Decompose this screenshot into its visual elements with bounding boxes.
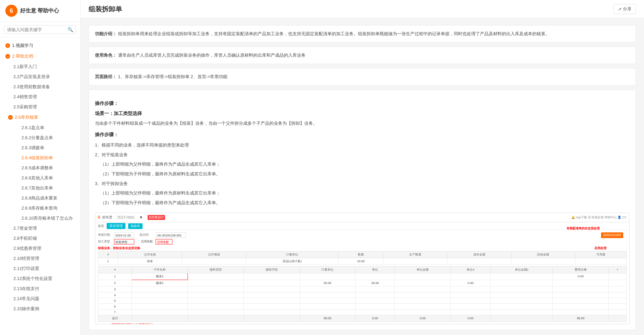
nav-item-sales[interactable]: 2.4销售管理 — [8, 92, 80, 102]
nav-item-videos-label[interactable]: + 1.视频学习 — [0, 40, 80, 51]
mock-enable-field: 启用装配 — [156, 239, 172, 244]
mock-lth-2: 辅料类型 — [187, 266, 244, 273]
nav-item-finance[interactable]: 2.7资金管理 — [8, 223, 80, 233]
nav-item-inventory-label[interactable]: − 2.6库存核算 — [8, 112, 80, 123]
mock-ltd-r1-2 — [187, 273, 244, 280]
nav-item-docs-label[interactable]: − 2.帮助文档 — [0, 51, 80, 62]
func-intro-label: 功能介绍： — [95, 31, 117, 36]
share-button[interactable]: ↗ 分享 — [613, 4, 636, 14]
nav-item-cost-calc[interactable]: 2.6.8商品成本重算 — [16, 193, 80, 203]
nav-item-faq[interactable]: 2.14常见问题 — [8, 294, 80, 304]
mock-lth-1: 子件名称 — [132, 266, 188, 273]
search-icon[interactable]: 🔍 — [67, 27, 73, 32]
mock-td-unit: 匹(以1米计算) — [246, 258, 338, 265]
nav-item-newbie[interactable]: 2.1新手入门 — [8, 62, 80, 72]
logo-icon: 6 — [5, 5, 17, 17]
mock-form-row-1: 单据日期 2019-12-26 批次码 AD-20191226-001 有装配清… — [98, 232, 627, 238]
mock-th-parent-spec: 父件规格 — [182, 251, 246, 258]
nav-item-cases[interactable]: 2.15操作案例 — [8, 304, 80, 314]
nav-item-other-out[interactable]: 2.6.7其他出库单 — [16, 183, 80, 193]
sub-nav-inventory: 2.6.1盘点单 2.6.2分量盘点单 2.6.3调拨单 2.6.4组装拆卸单 … — [8, 123, 80, 223]
nav-item-cost-adj[interactable]: 2.6.5成本调整单 — [16, 163, 80, 173]
mock-td-qty: 10.00 — [338, 258, 383, 265]
scenario-heading: 场景一：加工类型选择 — [95, 111, 630, 117]
nav-item-partial-stocktake[interactable]: 2.6.2分量盘点单 — [16, 133, 80, 143]
nav-item-assemble[interactable]: 2.6.4组装拆卸单 — [16, 153, 80, 163]
mock-ltd-r2-5: 30.00 — [356, 280, 395, 286]
mock-lower-table-container: 无固定清单可以在这里直接录入 # 子件名称 辅料类型 辅助字段 计 — [98, 266, 627, 322]
mock-th-num: # — [98, 251, 118, 258]
step3-sub2: （2）下部明细为子件明细，最终作为产成品生成其它入库单。 — [95, 199, 630, 207]
mock-th-avail: 可用量 — [575, 251, 627, 258]
mock-lower-header-row: # 子件名称 辅料类型 辅助字段 计量单位 单位 单位金额 单位# — [98, 266, 627, 273]
mock-ltd-r1-0: 1 — [98, 273, 132, 280]
nav-item-operation[interactable]: 2.10经营管理 — [8, 254, 80, 264]
mock-ltd-r1-7 — [451, 273, 491, 280]
steps-container: 操作步骤： 场景一：加工类型选择 当由多个子件材料组装成一个成品的业务为【组装】… — [89, 90, 636, 330]
nav-item-coupon[interactable]: 2.9优惠券管理 — [8, 243, 80, 254]
mock-ltd-r1-5 — [356, 273, 395, 280]
expand-icon-videos: + — [5, 43, 10, 48]
nav-item-purchase[interactable]: 2.5采购管理 — [8, 102, 80, 112]
mock-op-type-value: 组装类型 — [114, 239, 134, 244]
search-input[interactable] — [7, 27, 67, 32]
mock-lth-8: 单位金额2 — [490, 266, 552, 273]
table-row: 1 米米 匹(以1米计算) 10.00 — [98, 258, 627, 265]
annotation-1: 有装配清单的在这里处理 — [567, 226, 600, 231]
mock-ltd-r2-7: 0.00 — [451, 280, 491, 286]
nav-item-docs[interactable]: − 2.帮助文档 2.1新手入门 2.2产品安装及登录 2.3使用前数据准备 2… — [0, 51, 80, 314]
mock-tab-new: 新新单 — [128, 223, 143, 229]
table-row: 1 糯米1 — [98, 273, 627, 280]
mock-ltd-r2-6 — [395, 280, 451, 286]
nav-item-print[interactable]: 2.11打印设置 — [8, 264, 80, 274]
mock-td-prodqty — [383, 258, 447, 265]
nav-item-data[interactable]: 2.3使用前数据准备 — [8, 82, 80, 92]
page-title: 组装拆卸单 — [89, 5, 122, 14]
mock-lower-table-foot: 合计 88.00 6.00 0.00 0.00 — [98, 315, 627, 322]
mock-upper-table-header-row: # 父件名称 父件规格 计量单位 数量 生产数量 成本金额 其他金额 — [98, 251, 627, 258]
mock-ltd-r1-10 — [609, 273, 627, 280]
mock-td-avail — [575, 258, 627, 265]
main-content: 组装拆卸单 ↗ 分享 功能介绍： 组装拆卸单用来处理企业组装或拆卸等加工业务，支… — [80, 0, 644, 335]
mock-lth-9: 费用分摊 — [553, 266, 609, 273]
mock-ltd-r2-4: 50.00 — [300, 280, 356, 286]
role-label: 使用角色： — [95, 53, 117, 58]
nav-item-other-in[interactable]: 2.6.6其他入库单 — [16, 173, 80, 183]
mock-td-1: 1 — [98, 258, 118, 265]
nav-item-inventory[interactable]: − 2.6库存核算 2.6.1盘点单 2.6.2分量盘点单 2.6.3调拨单 2… — [8, 112, 80, 223]
mock-ltd-r1-8 — [490, 273, 552, 280]
sub-nav-docs: 2.1新手入门 2.2产品安装及登录 2.3使用前数据准备 2.4销售管理 2.… — [0, 62, 80, 314]
mock-th-other: 其他金额 — [511, 251, 575, 258]
search-area: 🔍 — [0, 22, 80, 38]
mock-ltd-r1-9: 0.00 — [553, 273, 609, 280]
mock-th-qty: 数量 — [338, 251, 383, 258]
screenshot-inner: 6 好生意 TEST-H002 ▼ 刷新数据↺ 🔔 App下载 ⑤ 给我反馈 帮… — [95, 213, 630, 324]
mock-ltd-r2-3 — [244, 280, 300, 286]
content-area: 功能介绍： 组装拆卸单用来处理企业组装或拆卸等加工业务，支持有固定装配清单的产品… — [80, 18, 644, 335]
nav-item-videos[interactable]: + 1.视频学习 — [0, 40, 80, 51]
nav-item-mobile[interactable]: 2.8手机旺铺 — [8, 233, 80, 243]
mock-ltd-r2-1: 糯米2 — [132, 280, 188, 286]
mock-tab-inventory: 库存管理 — [107, 223, 125, 229]
mock-lth-0: # — [98, 266, 132, 273]
mock-td-name: 米米 — [118, 258, 182, 265]
mock-lth-4: 计量单位 — [300, 266, 356, 273]
nav-item-ledger[interactable]: 2.6.9库存账本查询 — [16, 203, 80, 213]
annotation-3: 组装业务、拆卸业务在这里切换 — [98, 246, 140, 250]
mock-lth-3: 辅助字段 — [244, 266, 300, 273]
nav-item-install[interactable]: 2.2产品安装及登录 — [8, 72, 80, 82]
nav-item-personalize[interactable]: 2.12系统个性化设置 — [8, 274, 80, 284]
share-icon: ↗ — [618, 7, 622, 12]
nav-item-stocktake[interactable]: 2.6.1盘点单 — [16, 123, 80, 133]
mock-confirm-btn-inner: 选择对应材料 — [601, 232, 623, 238]
nav-item-transfer[interactable]: 2.6.3调拨单 — [16, 143, 80, 153]
mock-batch-label: 批次码 — [140, 233, 153, 237]
nav-item-online-pay[interactable]: 2.13在线支付 — [8, 284, 80, 294]
mock-ltd-r2-8 — [490, 280, 552, 286]
mock-top-right: 🔔 App下载 ⑤ 给我反馈 帮助中心 👤 CC — [571, 215, 627, 220]
nav-tree: + 1.视频学习 − 2.帮助文档 2.1新手入门 2.2产品安装及登录 2.3… — [0, 38, 80, 335]
nav-item-ledger-err[interactable]: 2.6.10库存账本错了怎么办 — [16, 213, 80, 223]
mock-lth-7: 单位# — [451, 266, 491, 273]
ops-steps-heading: 操作步骤： — [95, 132, 630, 138]
mock-lth-10: + — [609, 266, 627, 273]
